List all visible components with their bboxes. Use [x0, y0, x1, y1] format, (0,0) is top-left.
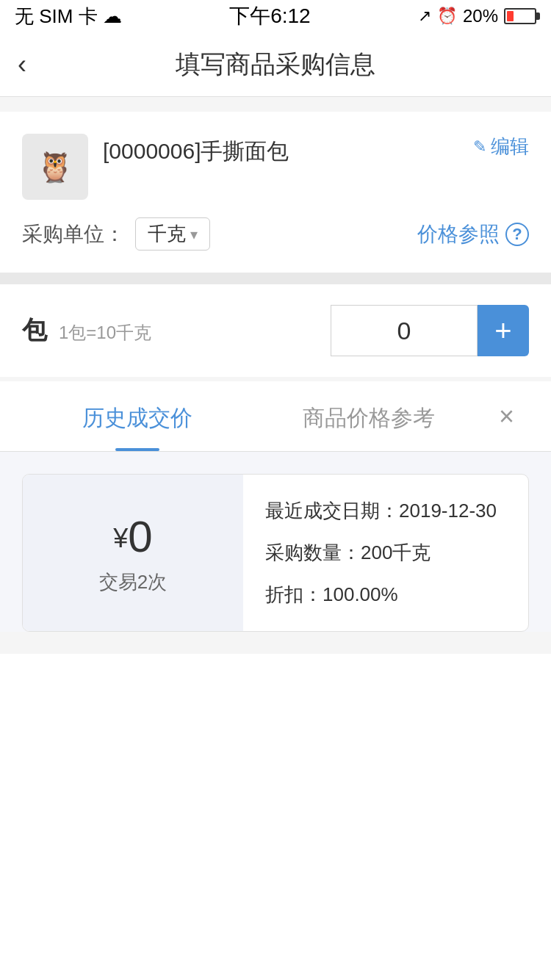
edit-label: 编辑: [491, 134, 529, 159]
status-bar-time: 下午6:12: [229, 2, 311, 30]
date-value: 2019-12-30: [399, 500, 497, 522]
tab-history-price[interactable]: 历史成交价: [22, 381, 253, 451]
edit-icon: ✎: [473, 137, 486, 156]
help-icon: ?: [505, 223, 529, 246]
page-title: 填写商品采购信息: [176, 48, 375, 82]
battery-fill: [507, 11, 514, 21]
price-amount: 0: [128, 512, 152, 561]
qty-plus-button[interactable]: +: [478, 305, 529, 356]
product-logo-icon: 🦉: [37, 150, 73, 184]
unit-prefix-label: 采购单位：: [22, 220, 125, 248]
quantity-input[interactable]: [331, 305, 478, 356]
qty-input-row: +: [331, 305, 529, 356]
alarm-icon: ⏰: [437, 7, 457, 26]
price-tabs: 历史成交价 商品价格参考 ×: [0, 381, 551, 452]
price-card-right: 最近成交日期：2019-12-30 采购数量：200千克 折扣：100.00%: [243, 475, 528, 631]
trade-count: 交易2次: [99, 569, 167, 595]
status-bar: 无 SIM 卡 ☁ 下午6:12 ↗ ⏰ 20%: [0, 0, 551, 32]
quantity-row: 包 1包=10千克 +: [0, 284, 551, 377]
nav-bar: ‹ 填写商品采购信息: [0, 32, 551, 97]
qty-detail-value: 200千克: [361, 541, 431, 563]
product-name: [0000006]手撕面包: [103, 134, 289, 167]
date-label: 最近成交日期：: [265, 500, 399, 522]
product-card: 🦉 [0000006]手撕面包 ✎ 编辑 采购单位： 千克 ▾ 价格参照 ?: [0, 112, 551, 273]
back-button[interactable]: ‹: [18, 49, 26, 80]
tab-product-price[interactable]: 商品价格参考: [253, 381, 483, 451]
product-footer: 采购单位： 千克 ▾ 价格参照 ?: [22, 217, 529, 251]
discount-label: 折扣：: [265, 583, 323, 605]
plus-icon: +: [494, 314, 511, 347]
price-panel: 历史成交价 商品价格参考 × ¥0 交易2次 最近成交日期：2019-12-30…: [0, 381, 551, 632]
section-divider: [0, 273, 551, 284]
discount-row: 折扣：100.00%: [265, 580, 506, 609]
price-ref-button[interactable]: 价格参照 ?: [417, 220, 529, 248]
discount-value: 100.00%: [323, 583, 398, 605]
close-panel-button[interactable]: ×: [484, 386, 529, 447]
dropdown-icon: ▾: [190, 226, 198, 243]
price-display: ¥0: [113, 511, 152, 562]
qty-sub-label: 1包=10千克: [59, 321, 151, 345]
product-left: 🦉 [0000006]手撕面包: [22, 134, 289, 200]
price-ref-label: 价格参照: [417, 220, 500, 248]
price-card-left: ¥0 交易2次: [23, 475, 243, 631]
tab-history-label: 历史成交价: [82, 406, 192, 430]
date-row: 最近成交日期：2019-12-30: [265, 497, 506, 525]
qty-unit: 包: [22, 314, 47, 347]
price-card: ¥0 交易2次 最近成交日期：2019-12-30 采购数量：200千克 折扣：…: [22, 474, 529, 632]
unit-value: 千克: [148, 221, 186, 247]
unit-row: 采购单位： 千克 ▾: [22, 217, 210, 251]
qty-row: 采购数量：200千克: [265, 538, 506, 567]
unit-select[interactable]: 千克 ▾: [135, 217, 210, 251]
close-icon: ×: [499, 401, 514, 431]
edit-button[interactable]: ✎ 编辑: [473, 134, 529, 159]
location-icon: ↗: [418, 7, 431, 26]
status-bar-left: 无 SIM 卡 ☁: [15, 4, 122, 29]
currency-symbol: ¥: [113, 522, 128, 552]
bottom-space: [0, 654, 551, 980]
status-bar-right: ↗ ⏰ 20%: [418, 6, 536, 26]
product-thumbnail: 🦉: [22, 134, 88, 200]
qty-label: 包 1包=10千克: [22, 314, 151, 347]
battery-icon: [504, 8, 536, 24]
qty-detail-label: 采购数量：: [265, 541, 361, 563]
sim-label: 无 SIM 卡 ☁: [15, 4, 122, 29]
product-header: 🦉 [0000006]手撕面包 ✎ 编辑: [22, 134, 529, 200]
back-icon: ‹: [18, 49, 26, 80]
tab-product-label: 商品价格参考: [303, 406, 435, 430]
battery-percent: 20%: [463, 6, 498, 26]
